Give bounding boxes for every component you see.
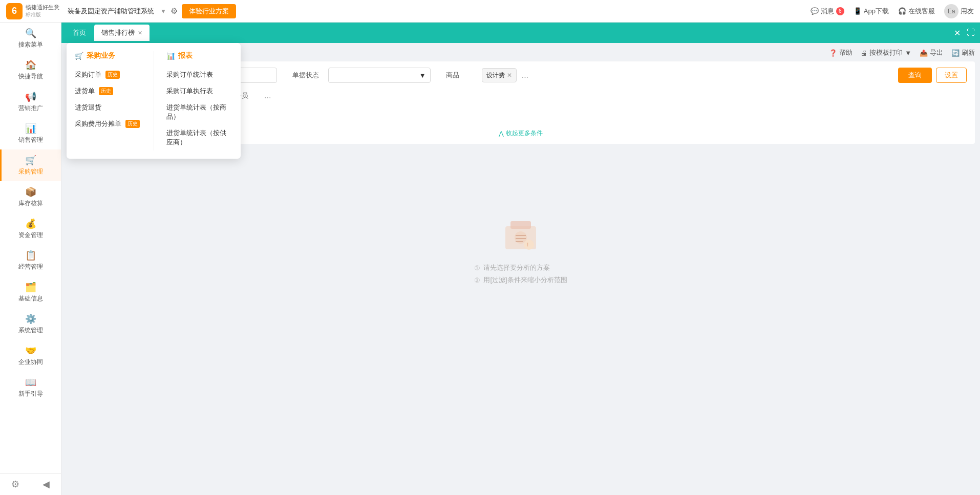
empty-state: ! ① 请先选择要分析的方案 ② 用[过滤]条件来缩小分析范围 [67, 148, 975, 353]
messages-badge: 6 [836, 7, 844, 15]
sidebar-item-sales[interactable]: 📊 销售管理 [0, 118, 61, 149]
sidebar-label-purchase: 采购管理 [18, 167, 43, 176]
print-btn[interactable]: 🖨 按模板打印 ▼ [861, 48, 911, 57]
sidebar-item-enterprise[interactable]: 🤝 企业协同 [0, 340, 61, 372]
refresh-label: 刷新 [962, 48, 975, 57]
order-exec-label: 采购订单执行表 [166, 87, 213, 96]
sidebar-label-search: 搜索菜单 [18, 40, 43, 49]
export-icon: 📤 [920, 49, 928, 57]
history-badge-2: 历史 [99, 87, 113, 95]
dropdown-item-purchase-order[interactable]: 采购订单 历史 [75, 67, 141, 83]
collapse-up-icon: ⋀ [499, 130, 504, 137]
purchase-dropdown-menu: 🛒 采购业务 采购订单 历史 进货单 历史 进货退货 采购费用分摊单 历史 📊 … [67, 43, 241, 159]
system-icon: ⚙️ [25, 313, 36, 325]
tabbar-right: ✕ ⛶ [954, 28, 975, 38]
order-status-arrow: ▼ [419, 72, 426, 79]
purchase-icon: 🛒 [25, 155, 36, 166]
svg-rect-1 [510, 221, 531, 229]
messages-btn[interactable]: 💬 消息 6 [811, 7, 844, 16]
svg-point-6 [524, 240, 534, 250]
online-service-label: 在线客服 [908, 7, 935, 16]
hint1-text: 请先选择要分析的方案 [483, 263, 550, 272]
tab-ranking[interactable]: 销售排行榜 ✕ [94, 25, 150, 41]
svg-text:!: ! [527, 242, 528, 249]
goods-tag-value: 设计费 [486, 71, 505, 80]
topbar-right: 💬 消息 6 📱 App下载 🎧 在线客服 Ea 用友 [811, 4, 974, 18]
home-icon: 🏠 [25, 59, 36, 71]
stock-stats-supplier-label: 进货单统计表（按供应商） [166, 128, 233, 147]
history-badge-3: 历史 [125, 120, 140, 128]
sidebar-label-marketing: 营销推广 [18, 104, 43, 113]
order-status-select[interactable]: ▼ [328, 68, 431, 83]
sidebar-item-system[interactable]: ⚙️ 系统管理 [0, 308, 61, 340]
tab-close-icon[interactable]: ✕ [138, 30, 142, 36]
goods-dots[interactable]: ... [522, 71, 528, 80]
export-label: 导出 [930, 48, 943, 57]
settings-icon[interactable]: ⚙ [171, 6, 178, 16]
guide-icon: 📖 [25, 377, 36, 388]
sidebar-item-basic[interactable]: 🗂️ 基础信息 [0, 276, 61, 308]
dropdown-col-report-title: 📊 报表 [166, 51, 233, 60]
sidebar-item-search[interactable]: 🔍 搜索菜单 [0, 23, 61, 54]
goods-tag-close[interactable]: ✕ [507, 72, 512, 79]
help-label: 帮助 [839, 48, 853, 57]
query-button[interactable]: 查询 [898, 68, 932, 83]
sidebar-settings-icon[interactable]: ⚙ [11, 479, 19, 490]
sidebar-label-system: 系统管理 [18, 326, 43, 335]
active-indicator [0, 149, 2, 181]
basic-icon: 🗂️ [25, 282, 36, 293]
collapse-btn[interactable]: ⋀ 收起更多条件 [499, 129, 543, 138]
dropdown-item-stock-in[interactable]: 进货单 历史 [75, 83, 141, 99]
export-btn[interactable]: 📤 导出 [920, 48, 943, 57]
sidebar-bottom: ⚙ ◀ [0, 473, 61, 495]
dropdown-item-purchase-cost[interactable]: 采购费用分摊单 历史 [75, 116, 141, 132]
app-download-btn[interactable]: 📱 App下载 [854, 7, 889, 16]
sidebar-collapse-icon[interactable]: ◀ [42, 479, 50, 490]
goods-label: 商品 [446, 71, 477, 80]
dropdown-item-order-stats[interactable]: 采购订单统计表 [166, 67, 233, 83]
phone-icon: 📱 [854, 7, 862, 15]
salesperson-dots[interactable]: ... [264, 91, 271, 100]
sidebar-item-guide[interactable]: 📖 新手引导 [0, 372, 61, 403]
dropdown-col-purchase: 🛒 采购业务 采购订单 历史 进货单 历史 进货退货 采购费用分摊单 历史 [75, 51, 141, 150]
logo-sub: 标准版 [26, 11, 59, 18]
logo-text: 畅捷通好生意 [26, 4, 59, 11]
sidebar-item-finance[interactable]: 💰 资金管理 [0, 213, 61, 245]
dropdown-item-stock-stats-goods[interactable]: 进货单统计表（按商品） [166, 99, 233, 125]
print-dropdown-icon[interactable]: ▼ [905, 49, 911, 57]
industry-btn[interactable]: 体验行业方案 [182, 4, 236, 18]
online-service-btn[interactable]: 🎧 在线客服 [898, 7, 935, 16]
settings-button[interactable]: 设置 [936, 68, 967, 83]
sidebar-item-nav[interactable]: 🏠 快捷导航 [0, 54, 61, 86]
sidebar-label-finance: 资金管理 [18, 231, 43, 240]
sidebar: 🔍 搜索菜单 🏠 快捷导航 📢 营销推广 📊 销售管理 🛒 采购管理 📦 库存核… [0, 23, 61, 495]
dropdown-item-stock-stats-supplier[interactable]: 进货单统计表（按供应商） [166, 125, 233, 150]
sidebar-item-operations[interactable]: 📋 经营管理 [0, 245, 61, 276]
dropdown-item-order-exec[interactable]: 采购订单执行表 [166, 83, 233, 99]
sidebar-item-purchase[interactable]: 🛒 采购管理 [0, 149, 61, 181]
purchase-menu-icon: 🛒 [75, 52, 83, 60]
tab-home[interactable]: 首页 [66, 25, 93, 41]
dropdown-item-stock-return[interactable]: 进货退货 [75, 99, 141, 116]
operations-icon: 📋 [25, 250, 36, 261]
report-menu-icon: 📊 [166, 52, 175, 60]
dropdown-arrow-icon[interactable]: ▼ [160, 8, 166, 15]
refresh-btn[interactable]: 🔄 刷新 [951, 48, 975, 57]
avatar: Ea [944, 4, 958, 18]
messages-label: 消息 [821, 7, 834, 16]
sidebar-label-inventory: 库存核算 [18, 199, 43, 208]
goods-tag[interactable]: 设计费 ✕ [482, 68, 517, 82]
empty-hint-2: ② 用[过滤]条件来缩小分析范围 [474, 275, 567, 285]
ranking-tab-label: 销售排行榜 [101, 28, 135, 37]
tab-close-btn[interactable]: ✕ [954, 28, 961, 38]
order-status-label: 单据状态 [292, 71, 323, 80]
search-icon: 🔍 [25, 28, 36, 39]
sidebar-item-marketing[interactable]: 📢 营销推广 [0, 86, 61, 118]
sidebar-item-inventory[interactable]: 📦 库存核算 [0, 181, 61, 213]
user-btn[interactable]: Ea 用友 [944, 4, 974, 18]
report-col-title-text: 报表 [178, 51, 193, 60]
help-btn[interactable]: ❓ 帮助 [829, 48, 853, 57]
tab-expand-btn[interactable]: ⛶ [967, 28, 975, 37]
sidebar-label-enterprise: 企业协同 [18, 358, 43, 367]
sys-title: 装备及固定资产辅助管理系统 [68, 7, 154, 16]
